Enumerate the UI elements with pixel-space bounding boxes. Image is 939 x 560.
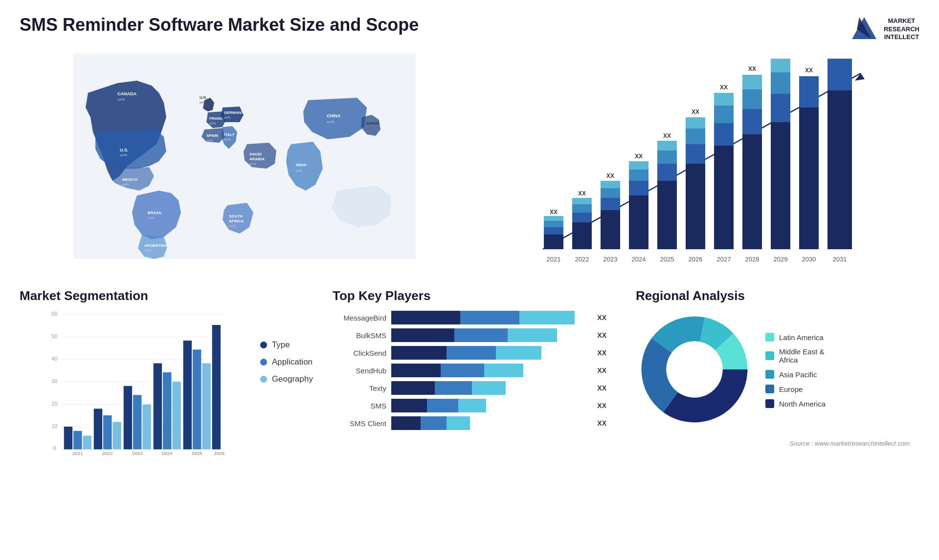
svg-rect-76 (714, 106, 734, 123)
svg-rect-74 (714, 146, 734, 249)
svg-text:2023: 2023 (604, 256, 618, 263)
bar-seg-3 (508, 328, 557, 342)
segmentation-section: Market Segmentation 0 10 20 30 40 50 60 (20, 283, 313, 479)
legend-asia-pacific-label: Asia Pacific (779, 370, 817, 379)
player-name-clicksend: ClickSend (333, 349, 386, 357)
svg-text:xx%: xx% (224, 116, 230, 119)
svg-text:xx%: xx% (249, 162, 256, 166)
bar-seg-2 (427, 399, 459, 412)
svg-text:xx%: xx% (122, 183, 129, 186)
bar-seg-1 (391, 346, 447, 360)
map-section: CANADA xx% U.S. xx% MEXICO xx% BRAZIL xx… (20, 49, 470, 283)
svg-text:xx%: xx% (296, 169, 302, 172)
logo-icon (850, 15, 879, 44)
legend-type-label: Type (272, 340, 290, 350)
svg-rect-52 (601, 188, 620, 198)
svg-text:AFRICA: AFRICA (229, 219, 244, 223)
legend-europe-label: Europe (779, 385, 803, 393)
svg-rect-39 (544, 227, 563, 235)
svg-text:10: 10 (52, 423, 58, 429)
svg-text:SAUDI: SAUDI (249, 152, 262, 156)
svg-text:2025: 2025 (192, 451, 202, 456)
svg-text:U.K.: U.K. (200, 95, 207, 100)
svg-text:INDIA: INDIA (296, 163, 307, 167)
svg-rect-122 (124, 386, 132, 450)
svg-text:xx%: xx% (229, 224, 235, 228)
svg-rect-53 (601, 181, 620, 188)
header: SMS Reminder Software Market Size and Sc… (0, 0, 939, 49)
svg-text:2026: 2026 (689, 256, 703, 263)
player-label-bulksms: XX (597, 331, 606, 339)
svg-text:XX: XX (606, 172, 614, 179)
player-row-sms: SMS XX (333, 399, 606, 412)
player-row-messagebird: MessageBird XX (333, 311, 606, 324)
legend-latin-america: Latin America (765, 333, 826, 342)
svg-rect-41 (544, 216, 563, 221)
svg-rect-115 (73, 431, 82, 450)
svg-rect-45 (572, 213, 592, 222)
legend-geography: Geography (260, 374, 313, 384)
regional-title: Regional Analysis (636, 288, 910, 303)
player-bar-messagebird (391, 311, 588, 324)
player-label-texty: XX (597, 384, 606, 392)
bar-seg-3 (496, 346, 541, 360)
svg-text:U.S.: U.S. (120, 148, 129, 152)
bar-seg-2 (460, 311, 519, 324)
svg-text:2022: 2022 (102, 451, 112, 456)
svg-text:xx%: xx% (144, 249, 151, 252)
player-label-smsclient: XX (597, 419, 606, 427)
player-bar-sendhub (391, 364, 588, 377)
svg-text:50: 50 (52, 333, 58, 339)
svg-text:SOUTH: SOUTH (229, 214, 243, 218)
svg-rect-83 (742, 75, 762, 89)
svg-rect-127 (163, 372, 171, 450)
svg-text:XX: XX (692, 108, 699, 115)
svg-rect-124 (142, 405, 151, 450)
player-row-texty: Texty XX (333, 381, 606, 395)
svg-text:XX: XX (578, 190, 586, 197)
player-bar-clicksend (391, 346, 588, 360)
svg-text:JAPAN: JAPAN (366, 121, 379, 126)
svg-rect-51 (601, 198, 620, 210)
svg-rect-57 (629, 181, 648, 195)
svg-text:40: 40 (52, 356, 58, 362)
svg-text:2029: 2029 (774, 256, 788, 263)
player-row-sendhub: SendHub XX (333, 364, 606, 377)
logo-text: MARKET RESEARCH INTELLECT (884, 17, 919, 42)
bar-seg-1 (391, 399, 427, 412)
svg-rect-96 (827, 90, 852, 249)
svg-text:2021: 2021 (547, 256, 561, 263)
bar-seg-3 (519, 311, 575, 324)
svg-text:MEXICO: MEXICO (122, 177, 138, 182)
legend-application-dot (260, 359, 267, 366)
svg-text:XX: XX (720, 84, 728, 91)
legend-geography-label: Geography (272, 374, 313, 384)
regional-legend: Latin America Middle East &Africa Asia P… (765, 333, 826, 408)
donut-svg (636, 311, 753, 428)
svg-text:XX: XX (550, 209, 558, 215)
svg-text:GERMANY: GERMANY (224, 110, 245, 115)
svg-rect-120 (112, 422, 121, 449)
svg-text:ARABIA: ARABIA (249, 157, 265, 161)
svg-text:xx%: xx% (117, 97, 125, 102)
svg-text:CANADA: CANADA (117, 91, 136, 96)
bar-seg-3 (484, 364, 524, 377)
legend-type: Type (260, 340, 313, 350)
svg-text:2023: 2023 (132, 451, 142, 456)
svg-text:XX: XX (748, 65, 756, 72)
legend-latin-america-color (765, 333, 774, 342)
svg-rect-77 (714, 93, 734, 106)
player-bar-texty (391, 381, 588, 395)
regional-section: Regional Analysis (626, 283, 919, 479)
legend-application-label: Application (272, 357, 313, 367)
player-name-messagebird: MessageBird (333, 314, 386, 322)
svg-rect-114 (64, 427, 72, 449)
svg-rect-46 (572, 204, 592, 213)
players-title: Top Key Players (333, 288, 606, 303)
svg-rect-59 (629, 161, 648, 170)
svg-rect-50 (601, 210, 620, 249)
svg-text:xx%: xx% (200, 101, 206, 104)
svg-text:XX: XX (805, 67, 813, 74)
svg-text:xx%: xx% (366, 127, 372, 130)
svg-text:XX: XX (663, 132, 671, 139)
